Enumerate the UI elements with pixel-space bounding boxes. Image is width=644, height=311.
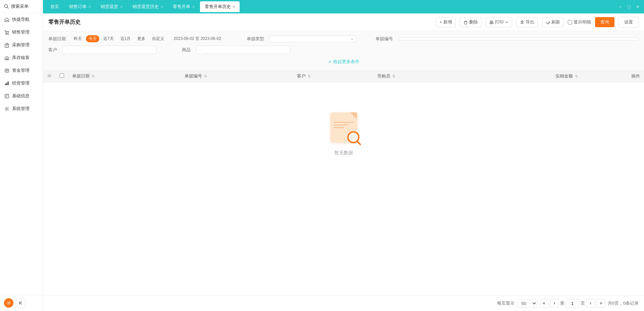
next-page-button[interactable] (586, 299, 595, 308)
gear-col-icon[interactable] (47, 73, 52, 78)
last-month-shortcut[interactable]: 近1月 (118, 35, 134, 42)
sidebar-item-label: 经营管理 (12, 80, 30, 86)
display-detail-checkbox[interactable] (568, 20, 572, 24)
refresh-button[interactable]: 刷新 (542, 17, 564, 27)
display-label: 显示明细 (574, 19, 591, 25)
chevron-down-icon (505, 20, 508, 24)
window-controls: − □ × (616, 3, 641, 10)
svg-line-1 (7, 7, 9, 8)
th-checkbox[interactable] (56, 70, 68, 82)
th-customer[interactable]: 客户 ⇅ (293, 70, 373, 82)
tab-retail-open-history-close[interactable]: × (233, 5, 235, 9)
svg-rect-20 (491, 22, 492, 23)
th-date-label: 单据日期 (72, 73, 90, 79)
prev-page-button[interactable] (550, 299, 559, 308)
last7-shortcut[interactable]: 近7天 (101, 35, 116, 42)
collapse-sidebar-button[interactable] (16, 298, 26, 308)
add-button[interactable]: + 新增 (436, 17, 456, 27)
first-page-button[interactable] (540, 299, 549, 308)
number-filter-label: 单据编号 (376, 36, 393, 42)
settings-button[interactable] (4, 298, 13, 308)
sidebar-item-label: 销售管理 (12, 29, 30, 35)
sidebar-item-base-info[interactable]: 基础信息 (0, 90, 43, 102)
sidebar-item-label: 采购管理 (12, 42, 30, 48)
tab-bar: 首页 销售订单 × 销货退货 × 销货退货历史 × 零售开单 × 零售开单历史 … (43, 0, 644, 13)
empty-text: 暂无数据 (334, 150, 353, 156)
page-number-input[interactable] (566, 299, 579, 308)
th-number[interactable]: 单据编号 ⇅ (181, 70, 293, 82)
window-min-button[interactable]: − (616, 3, 624, 10)
tab-sales-order-close[interactable]: × (89, 5, 91, 9)
today-shortcut[interactable]: 今天 (86, 35, 99, 42)
tab-sales-return[interactable]: 销货退货 × (96, 1, 127, 12)
sort-guide-icon[interactable]: ⇅ (392, 74, 395, 78)
tab-sales-order[interactable]: 销售订单 × (64, 1, 95, 12)
tab-home[interactable]: 首页 (46, 1, 64, 12)
custom-shortcut[interactable]: 自定义 (149, 35, 167, 42)
query-label: 查询 (600, 19, 609, 24)
th-amount[interactable]: 实销金额 ⇅ (469, 70, 582, 82)
pagination: 每页显示 50 100 200 第 (43, 295, 644, 311)
sort-number-icon[interactable]: ⇅ (204, 74, 207, 78)
tab-sales-return-history-close[interactable]: × (161, 5, 163, 9)
display-detail-toggle[interactable]: 显示明细 (568, 19, 591, 25)
th-amount-label: 实销金额 (555, 73, 573, 79)
sidebar-item-finance[interactable]: 资金管理 (0, 64, 43, 77)
export-button[interactable]: 导出 (516, 17, 538, 27)
sort-date-icon[interactable]: ⇅ (92, 74, 95, 78)
total-info: 共0页，0条记录 (608, 300, 639, 306)
empty-doc-lines (334, 122, 354, 130)
page-size-select[interactable]: 50 100 200 (517, 299, 537, 308)
sidebar-item-inventory[interactable]: 库存核算 (0, 51, 43, 64)
window-max-button[interactable]: □ (625, 3, 633, 10)
tab-sales-return-close[interactable]: × (120, 5, 122, 9)
sort-customer-icon[interactable]: ⇅ (308, 74, 311, 78)
sort-amount-icon[interactable]: ⇅ (575, 74, 578, 78)
customer-filter-input[interactable]: ··· (62, 46, 156, 54)
tab-sales-order-label: 销售订单 (69, 4, 87, 10)
yesterday-shortcut[interactable]: 昨天 (71, 35, 85, 42)
type-filter-label: 单据类型 (247, 36, 264, 42)
more-shortcut[interactable]: 更多 (135, 35, 148, 42)
sidebar-search[interactable]: 搜索采单 (0, 0, 43, 13)
collapse-label: 收起更多条件 (333, 59, 359, 65)
number-filter-input[interactable] (398, 37, 639, 41)
tab-retail-open[interactable]: 零售开单 × (168, 1, 199, 12)
settings-config-button[interactable]: 设置 (618, 17, 639, 28)
th-date[interactable]: 单据日期 ⇅ (68, 70, 181, 82)
add-label: + 新增 (440, 19, 452, 25)
query-button[interactable]: 查询 (595, 17, 614, 27)
page-suffix: 页 (581, 300, 585, 306)
tab-retail-open-history[interactable]: 零售开单历史 × (200, 1, 240, 12)
tab-retail-open-close[interactable]: × (192, 5, 194, 9)
print-label: 打印 (495, 19, 504, 25)
sidebar-item-purchase-mgmt[interactable]: 采购管理 (0, 39, 43, 51)
settings-icon (4, 106, 9, 111)
sidebar-bottom (0, 295, 43, 311)
sidebar-item-operations[interactable]: 经营管理 (0, 77, 43, 90)
collapse-filter-button[interactable]: 收起更多条件 (48, 57, 639, 66)
svg-rect-17 (464, 21, 467, 24)
print-button[interactable]: 打印 (486, 17, 512, 27)
table-area: 单据日期 ⇅ 单据编号 ⇅ 客户 ⇅ 导购员 ⇅ (43, 70, 644, 295)
th-settings[interactable] (43, 70, 56, 82)
last-page-button[interactable] (596, 299, 605, 308)
select-all-checkbox[interactable] (60, 73, 64, 78)
filter-row-customer: 客户 ··· 商品 ··· (48, 46, 639, 54)
sidebar-item-sys-mgmt[interactable]: 系统管理 (0, 102, 43, 115)
product-filter-input[interactable]: ··· (196, 46, 290, 54)
finance-icon (4, 68, 9, 73)
th-guide[interactable]: 导购员 ⇅ (373, 70, 469, 82)
sidebar-item-sales-mgmt[interactable]: 销售管理 (0, 26, 43, 39)
tab-sales-return-history[interactable]: 销货退货历史 × (128, 1, 167, 12)
window-close-button[interactable]: × (634, 3, 641, 10)
delete-button[interactable]: 删除 (460, 17, 482, 27)
th-number-label: 单据编号 (185, 73, 202, 79)
type-filter-select[interactable] (269, 36, 357, 42)
search-icon (4, 4, 9, 9)
sidebar-item-quick-nav[interactable]: 快捷导航 (0, 13, 43, 26)
per-page-label: 每页显示 (497, 300, 514, 306)
tab-retail-open-label: 零售开单 (173, 4, 190, 10)
date-filter-label: 单据日期 (48, 36, 66, 42)
delete-label: 删除 (469, 19, 478, 25)
